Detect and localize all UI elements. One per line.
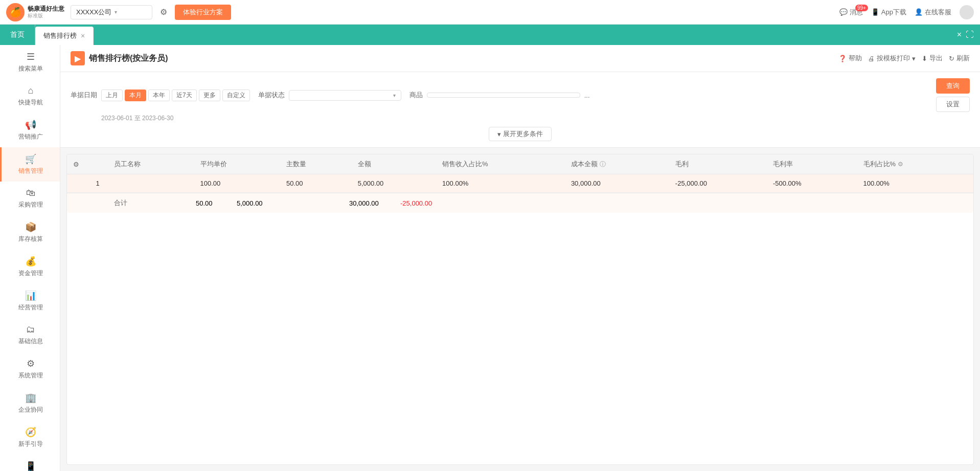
sidebar-item-system[interactable]: ⚙ 系统管理 (0, 352, 60, 386)
sidebar-item-marketing[interactable]: 📢 营销推广 (0, 113, 60, 147)
expand-label: 展开更多条件 (503, 129, 543, 139)
col-amount: 全额 (352, 154, 436, 174)
date-btn-上月[interactable]: 上月 (101, 89, 123, 101)
date-range-row: 2023-06-01 至 2023-06-30 (71, 114, 970, 123)
expand-arrow-button[interactable]: ▶ (71, 51, 85, 65)
table-header-row: ⚙ 员工名称 平均单价 主数量 全额 销售收入占比% (67, 154, 973, 174)
app-download-button[interactable]: 📱 App下载 (871, 8, 906, 17)
avatar[interactable] (960, 5, 974, 19)
print-button[interactable]: 🖨 按模板打印 ▾ (868, 54, 916, 63)
page-actions: ❓ 帮助 🖨 按模板打印 ▾ ⬇ 导出 ↻ 刷新 (838, 54, 970, 63)
message-button[interactable]: 💬 消息 99+ (839, 8, 863, 17)
col-profit: 毛利 (669, 154, 767, 174)
logo-main: 畅康通好生意 (28, 5, 64, 12)
date-filter-label: 单据日期 (71, 91, 97, 100)
settings-icon[interactable]: ⚙ (156, 5, 171, 19)
row-avg-price: 100.00 (194, 174, 281, 193)
logo-sub: 标准版 (28, 13, 64, 19)
company-selector[interactable]: XXXXX公司 ▾ (71, 5, 152, 19)
sidebar-item-inventory[interactable]: 📦 库存核算 (0, 215, 60, 250)
sidebar-item-quick-nav[interactable]: ⌂ 快捷导航 (0, 79, 60, 113)
search-icon: ☰ (27, 51, 35, 62)
page-header: ▶ 销售排行榜(按业务员) ❓ 帮助 🖨 按模板打印 ▾ ⬇ 导出 (60, 45, 980, 72)
status-filter: 单据状态 ▾ (258, 90, 401, 101)
expand-icon: ▾ (497, 130, 501, 138)
goods-select[interactable] (427, 93, 580, 98)
sidebar-item-search[interactable]: ☰ 搜索菜单 (0, 45, 60, 79)
guide-icon: 🧭 (25, 427, 36, 438)
col-profit-pct: 毛利占比% ⚙ (857, 154, 973, 174)
row-sales-pct: 100.00% (436, 174, 565, 193)
export-icon: ⬇ (922, 55, 927, 62)
col-sales-pct: 销售收入占比% (436, 154, 565, 174)
inventory-icon: 📦 (25, 221, 36, 233)
finance-icon: 💰 (25, 256, 36, 267)
refresh-icon: ↻ (949, 55, 954, 62)
table-footer: 合计 50.00 5,000.00 30,000.00 -25,000.00 (67, 193, 973, 213)
table-settings-button[interactable]: 设置 (936, 97, 970, 112)
column-settings-icon[interactable]: ⚙ (73, 161, 79, 168)
print-label: 按模板打印 (877, 54, 910, 63)
fullscreen-icon[interactable]: ⛶ (966, 30, 974, 39)
date-btn-本年[interactable]: 本年 (148, 89, 170, 101)
status-filter-label: 单据状态 (258, 91, 285, 100)
col-name: 员工名称 (108, 154, 194, 174)
sidebar-item-purchase[interactable]: 🛍 采购管理 (0, 182, 60, 215)
date-range-text: 2023-06-01 至 2023-06-30 (101, 115, 173, 122)
close-window-icon[interactable]: × (957, 30, 962, 39)
date-btn-近7天[interactable]: 近7天 (172, 89, 197, 101)
col-avg-price: 平均单价 (194, 154, 281, 174)
table-row: 1 100.00 50.00 5,000.00 100.00% 30,000.0… (67, 174, 973, 193)
enterprise-icon: 🏢 (25, 392, 36, 403)
cost-info-icon[interactable]: ⓘ (600, 160, 606, 169)
apps-icon: 📱 (25, 461, 36, 471)
logo-text: 畅康通好生意 标准版 (28, 5, 64, 18)
sidebar-item-finance[interactable]: 💰 资金管理 (0, 250, 60, 284)
sales-icon: 🛒 (25, 153, 36, 165)
operations-icon: 📊 (25, 290, 36, 301)
refresh-label: 刷新 (956, 54, 970, 63)
more-filters-icon[interactable]: ... (584, 92, 590, 99)
tab-bar-right: × ⛶ (957, 30, 980, 39)
profit-pct-icon[interactable]: ⚙ (898, 161, 903, 168)
date-btn-本月[interactable]: 本月 (125, 89, 146, 101)
sidebar: ☰ 搜索菜单 ⌂ 快捷导航 📢 营销推广 🛒 销售管理 🛍 采购管理 📦 库存核… (0, 45, 60, 471)
chevron-down-icon: ▾ (115, 9, 117, 15)
tab-home[interactable]: 首页 (0, 25, 35, 45)
online-service-button[interactable]: 👤 在线客服 (915, 8, 951, 17)
sidebar-item-basics[interactable]: 🗂 基础信息 (0, 318, 60, 352)
col-profit-rate: 毛利率 (767, 154, 857, 174)
col-cost: 成本全额 ⓘ (565, 154, 669, 174)
date-btn-更多[interactable]: 更多 (199, 89, 220, 101)
help-button[interactable]: ❓ 帮助 (838, 54, 862, 63)
app-icon: 📱 (871, 8, 879, 16)
tab-sales-ranking[interactable]: 销售排行榜 × (35, 27, 94, 45)
status-select[interactable]: ▾ (289, 90, 401, 101)
trial-button[interactable]: 体验行业方案 (175, 5, 231, 20)
top-bar: 🍊 畅康通好生意 标准版 XXXXX公司 ▾ ⚙ 体验行业方案 💬 消息 99+… (0, 0, 980, 25)
message-icon: 💬 (839, 8, 848, 16)
tab-close-icon[interactable]: × (81, 32, 85, 40)
sidebar-item-apps[interactable]: 📱 应用中心 (0, 455, 60, 471)
sidebar-item-guide[interactable]: 🧭 新手引导 (0, 420, 60, 455)
service-icon: 👤 (915, 8, 923, 16)
basics-icon: 🗂 (26, 324, 35, 335)
marketing-icon: 📢 (25, 119, 36, 130)
footer-cost: 30,000.00 (349, 199, 400, 207)
row-amount: 5,000.00 (352, 174, 436, 193)
export-button[interactable]: ⬇ 导出 (922, 54, 943, 63)
refresh-button[interactable]: ↻ 刷新 (949, 54, 970, 63)
sidebar-item-operations[interactable]: 📊 经营管理 (0, 284, 60, 318)
col-rank (87, 154, 108, 174)
sidebar-item-sales[interactable]: 🛒 销售管理 (0, 147, 60, 182)
date-buttons: 上月本月本年近7天更多自定义 (101, 89, 250, 101)
print-icon: 🖨 (868, 55, 875, 62)
sidebar-item-enterprise[interactable]: 🏢 企业协同 (0, 386, 60, 420)
date-filter: 单据日期 上月本月本年近7天更多自定义 (71, 89, 250, 101)
app-label: App下载 (881, 8, 906, 17)
expand-more-button[interactable]: ▾ 展开更多条件 (489, 127, 552, 141)
footer-profit: -25,000.00 (400, 199, 451, 207)
date-btn-自定义[interactable]: 自定义 (222, 89, 250, 101)
footer-amount: 5,000.00 (237, 199, 288, 207)
query-button[interactable]: 查询 (936, 78, 970, 94)
